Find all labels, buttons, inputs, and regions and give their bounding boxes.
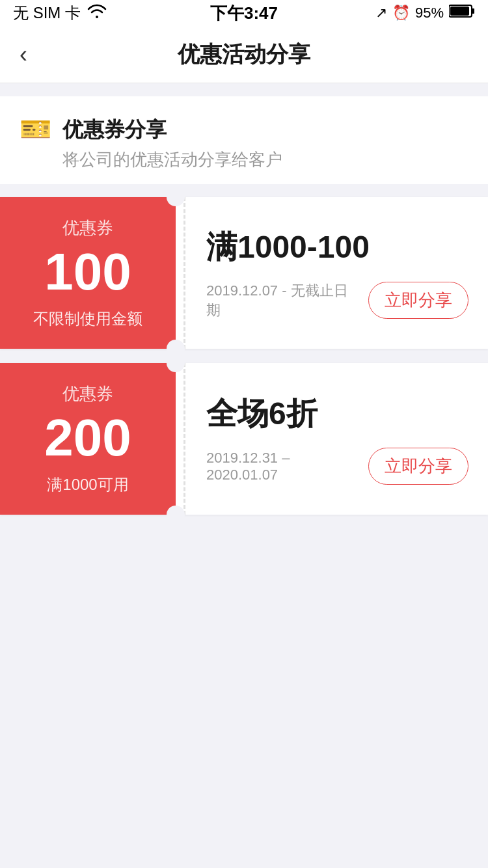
wifi-icon [87,4,107,22]
coupon-list: 优惠券 100 不限制使用金额 满1000-100 2019.12.07 - 无… [0,197,488,515]
svg-rect-2 [450,7,469,16]
nav-bar: ‹ 优惠活动分享 [0,26,488,83]
coupon-title-2: 全场6折 [206,393,468,435]
location-icon: ↗ [375,5,387,21]
svg-rect-1 [472,8,474,14]
coupon-meta-1: 2019.12.07 - 无截止日期 立即分享 [206,281,468,320]
coupon-share-btn-2[interactable]: 立即分享 [368,448,468,485]
notch-top-1 [167,188,185,206]
coupon-label-2: 优惠券 [62,383,113,405]
coupon-right-1: 满1000-100 2019.12.07 - 无截止日期 立即分享 [193,197,488,349]
section-title: 优惠券分享 [62,116,282,144]
coupon-left-1: 优惠券 100 不限制使用金额 [0,197,176,349]
coupon-amount-1: 100 [44,246,131,298]
battery-icon [449,4,475,22]
status-time: 下午3:47 [210,2,278,25]
carrier-text: 无 SIM 卡 [13,3,81,23]
page-title: 优惠活动分享 [178,40,310,70]
coupon-separator-1 [183,197,185,349]
alarm-icon: ⏰ [392,5,410,21]
notch-top-2 [167,354,185,372]
section-subtitle: 将公司的优惠活动分享给客户 [62,148,282,171]
coupon-title-1: 满1000-100 [206,226,468,268]
coupon-left-2: 优惠券 200 满1000可用 [0,363,176,515]
coupon-card-wrapper-1: 优惠券 100 不限制使用金额 满1000-100 2019.12.07 - 无… [0,197,488,349]
coupon-share-btn-1[interactable]: 立即分享 [368,282,468,319]
status-left: 无 SIM 卡 [13,3,107,23]
coupon-separator-2 [183,363,185,515]
coupon-date-1: 2019.12.07 - 无截止日期 [206,281,362,320]
coupon-date-2: 2019.12.31 – 2020.01.07 [206,450,362,483]
coupon-card-wrapper-2: 优惠券 200 满1000可用 全场6折 2019.12.31 – 2020.0… [0,363,488,515]
battery-text: 95% [415,5,444,21]
section-header: 🎫 优惠券分享 将公司的优惠活动分享给客户 [0,96,488,184]
background-area [0,516,488,841]
coupon-right-2: 全场6折 2019.12.31 – 2020.01.07 立即分享 [193,363,488,515]
coupon-condition-2: 满1000可用 [47,474,128,495]
section-text: 优惠券分享 将公司的优惠活动分享给客户 [62,116,282,171]
coupon-amount-2: 200 [44,412,131,464]
back-button[interactable]: ‹ [20,41,27,68]
coupon-label-1: 优惠券 [62,217,113,239]
coupon-gap [0,350,488,363]
coupon-card-1: 优惠券 100 不限制使用金额 满1000-100 2019.12.07 - 无… [0,197,488,349]
notch-bottom-2 [167,506,185,524]
coupon-meta-2: 2019.12.31 – 2020.01.07 立即分享 [206,448,468,485]
section-icon: 🎫 [20,116,52,142]
status-right: ↗ ⏰ 95% [375,4,475,22]
coupon-card-2: 优惠券 200 满1000可用 全场6折 2019.12.31 – 2020.0… [0,363,488,515]
coupon-condition-1: 不限制使用金额 [33,308,142,329]
status-bar: 无 SIM 卡 下午3:47 ↗ ⏰ 95% [0,0,488,26]
